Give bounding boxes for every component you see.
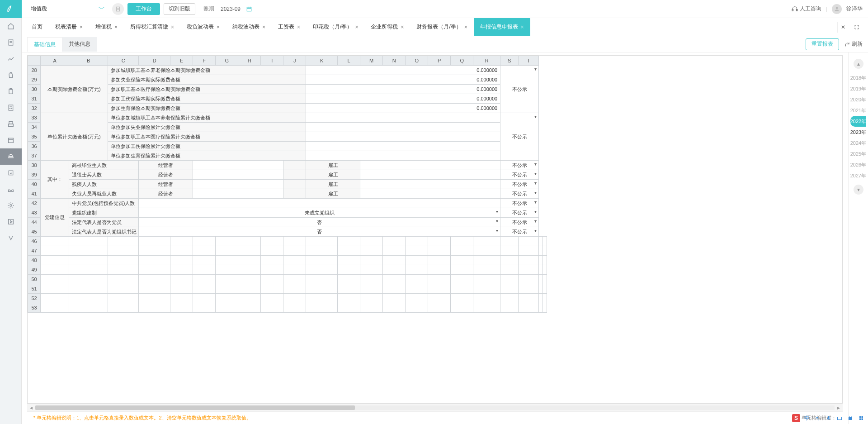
empty-cell[interactable] bbox=[360, 275, 383, 284]
col-header[interactable]: O bbox=[406, 56, 428, 66]
empty-cell[interactable] bbox=[238, 265, 261, 275]
empty-cell[interactable] bbox=[216, 275, 238, 284]
empty-cell[interactable] bbox=[238, 237, 261, 246]
nav-tray-icon[interactable] bbox=[0, 181, 22, 197]
row-header[interactable]: 34 bbox=[28, 123, 41, 132]
empty-cell[interactable] bbox=[451, 284, 473, 294]
ime-punct-icon[interactable]: •, bbox=[814, 414, 822, 422]
year-item[interactable]: 2021年 bbox=[850, 105, 866, 116]
empty-cell[interactable] bbox=[406, 237, 428, 246]
fullscreen-icon[interactable] bbox=[851, 22, 862, 33]
row-header[interactable]: 32 bbox=[28, 104, 41, 113]
subtab-basic[interactable]: 基础信息 bbox=[27, 37, 62, 52]
scroll-thumb[interactable] bbox=[35, 405, 355, 410]
empty-cell[interactable] bbox=[500, 265, 519, 275]
empty-cell[interactable] bbox=[519, 237, 539, 246]
empty-cell[interactable] bbox=[428, 246, 451, 256]
col-header[interactable]: E bbox=[170, 56, 193, 66]
empty-cell[interactable] bbox=[473, 284, 500, 294]
empty-cell[interactable] bbox=[500, 246, 519, 256]
input-cell[interactable] bbox=[139, 199, 500, 208]
year-item[interactable]: 2025年 bbox=[850, 148, 866, 159]
visibility-select[interactable]: 不公示 bbox=[500, 199, 539, 208]
row-header[interactable]: 51 bbox=[28, 284, 41, 294]
empty-cell[interactable] bbox=[539, 284, 543, 294]
empty-cell[interactable] bbox=[193, 256, 216, 265]
row-header[interactable]: 46 bbox=[28, 237, 41, 246]
empty-cell[interactable] bbox=[360, 237, 383, 246]
cell[interactable]: 雇工 bbox=[306, 180, 360, 189]
empty-cell[interactable] bbox=[473, 303, 500, 313]
horizontal-scrollbar[interactable]: ◂ ▸ bbox=[27, 403, 843, 411]
empty-cell[interactable] bbox=[261, 265, 283, 275]
cell[interactable]: 经营者 bbox=[139, 180, 193, 189]
empty-cell[interactable] bbox=[139, 294, 170, 303]
tab-item[interactable]: 印花税（月/季）× bbox=[307, 18, 364, 36]
empty-cell[interactable] bbox=[543, 246, 547, 256]
col-header[interactable]: G bbox=[216, 56, 238, 66]
value-cell[interactable] bbox=[306, 113, 500, 123]
row-header[interactable]: 38 bbox=[28, 161, 41, 170]
value-cell[interactable]: 0.000000 bbox=[306, 66, 500, 75]
empty-cell[interactable] bbox=[406, 246, 428, 256]
empty-cell[interactable] bbox=[216, 237, 238, 246]
empty-cell[interactable] bbox=[306, 246, 338, 256]
row-header[interactable]: 43 bbox=[28, 208, 41, 218]
empty-cell[interactable] bbox=[383, 265, 406, 275]
empty-cell[interactable] bbox=[473, 237, 500, 246]
empty-cell[interactable] bbox=[543, 303, 547, 313]
empty-cell[interactable] bbox=[306, 265, 338, 275]
year-item[interactable]: 2018年 bbox=[850, 72, 866, 83]
empty-cell[interactable] bbox=[261, 246, 283, 256]
subtab-other[interactable]: 其他信息 bbox=[62, 37, 97, 52]
empty-cell[interactable] bbox=[170, 246, 193, 256]
empty-cell[interactable] bbox=[360, 303, 383, 313]
empty-cell[interactable] bbox=[193, 265, 216, 275]
nav-calc-icon[interactable] bbox=[0, 100, 22, 116]
empty-cell[interactable] bbox=[139, 256, 170, 265]
input-cell[interactable] bbox=[193, 170, 283, 180]
input-cell[interactable] bbox=[360, 180, 500, 189]
visibility-select[interactable]: 不公示 bbox=[500, 189, 539, 199]
nav-v-icon[interactable] bbox=[0, 230, 22, 246]
tab-close-icon[interactable]: × bbox=[217, 24, 220, 30]
input-cell[interactable] bbox=[193, 161, 283, 170]
input-cell[interactable] bbox=[360, 189, 500, 199]
empty-cell[interactable] bbox=[428, 265, 451, 275]
company-select[interactable]: 增值税 ﹀ bbox=[27, 3, 108, 15]
empty-cell[interactable] bbox=[406, 275, 428, 284]
col-header[interactable]: B bbox=[69, 56, 108, 66]
year-up-icon[interactable]: ▴ bbox=[854, 59, 863, 69]
tab-close-icon[interactable]: × bbox=[297, 24, 300, 30]
visibility-select[interactable]: 不公示 bbox=[500, 180, 539, 189]
visibility-select[interactable]: 不公示 bbox=[500, 170, 539, 180]
empty-cell[interactable] bbox=[193, 284, 216, 294]
year-item[interactable]: 2027年 bbox=[850, 170, 866, 181]
empty-cell[interactable] bbox=[406, 294, 428, 303]
tab-close-icon[interactable]: × bbox=[464, 24, 467, 30]
tab-close-icon[interactable]: × bbox=[262, 24, 265, 30]
empty-cell[interactable] bbox=[283, 275, 306, 284]
year-item[interactable]: 2022年 bbox=[850, 116, 866, 127]
empty-cell[interactable] bbox=[238, 294, 261, 303]
empty-cell[interactable] bbox=[338, 246, 360, 256]
col-header[interactable]: R bbox=[473, 56, 500, 66]
empty-cell[interactable] bbox=[473, 294, 500, 303]
empty-cell[interactable] bbox=[451, 303, 473, 313]
empty-cell[interactable] bbox=[216, 246, 238, 256]
nav-clipboard-icon[interactable] bbox=[0, 83, 22, 100]
empty-cell[interactable] bbox=[539, 237, 543, 246]
nav-archive-icon[interactable] bbox=[0, 165, 22, 181]
nav-chart-icon[interactable] bbox=[0, 51, 22, 67]
empty-cell[interactable] bbox=[170, 284, 193, 294]
empty-cell[interactable] bbox=[108, 284, 139, 294]
empty-cell[interactable] bbox=[383, 284, 406, 294]
visibility-select[interactable]: 不公示 bbox=[500, 208, 539, 218]
empty-cell[interactable] bbox=[451, 294, 473, 303]
empty-cell[interactable] bbox=[360, 294, 383, 303]
row-header[interactable]: 45 bbox=[28, 227, 41, 237]
empty-cell[interactable] bbox=[383, 275, 406, 284]
consult-link[interactable]: 人工咨询 bbox=[792, 5, 821, 13]
empty-cell[interactable] bbox=[338, 256, 360, 265]
empty-cell[interactable] bbox=[519, 265, 539, 275]
